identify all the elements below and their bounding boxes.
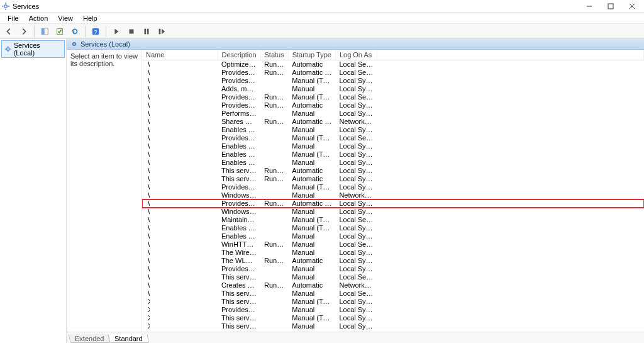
table-row[interactable]: Windows Insider ServiceProvides infr...M…: [142, 77, 644, 85]
service-startup: Manual: [288, 232, 335, 240]
pause-service-button[interactable]: [140, 25, 153, 38]
service-logon: Local System: [335, 126, 377, 134]
table-row[interactable]: WMI Performance AdapterProvides per...Ma…: [142, 265, 644, 273]
table-row[interactable]: WLAN AutoConfigThe WLANS...RunningAutoma…: [142, 257, 644, 265]
service-logon: Local System: [335, 150, 377, 159]
service-logon: Local Service: [335, 134, 377, 142]
service-desc: Enables spat...: [218, 150, 260, 159]
services-table-wrap[interactable]: Name Description Status Startup Type Log…: [142, 50, 644, 332]
service-startup: Manual: [288, 273, 335, 281]
service-desc: Provides infr...: [218, 77, 260, 85]
table-row[interactable]: Windows UpdateEnables the ...Manual (Tri…: [142, 224, 644, 232]
service-startup: Automatic: [288, 101, 335, 110]
table-row[interactable]: Windows Mixed Reality Ope...Enables Mix.…: [142, 126, 644, 134]
help-button[interactable]: ?: [89, 25, 103, 38]
table-row[interactable]: Xbox Live Networking ServiceThis service…: [142, 322, 644, 330]
service-desc: Provides aut...: [218, 306, 260, 314]
tab-extended[interactable]: Extended: [69, 334, 111, 343]
service-status: Running: [260, 118, 288, 126]
col-startup[interactable]: Startup Type: [288, 50, 335, 60]
menu-file[interactable]: File: [3, 14, 24, 23]
table-row[interactable]: WinHTTP Web Proxy Auto-D...WinHTTP im...…: [142, 240, 644, 249]
app-icon: [1, 2, 10, 11]
service-logon: Local System: [335, 265, 377, 273]
col-name[interactable]: Name: [142, 50, 218, 60]
minimize-button[interactable]: [579, 0, 600, 13]
service-status: [260, 224, 288, 232]
menu-view[interactable]: View: [53, 14, 78, 23]
forward-button[interactable]: [17, 25, 31, 38]
table-row[interactable]: Windows Push Notifications...This servic…: [142, 167, 644, 175]
service-startup: Manual: [288, 249, 335, 257]
table-row[interactable]: Xbox Live Auth ManagerProvides aut...Man…: [142, 306, 644, 314]
svg-point-21: [7, 48, 9, 50]
service-status: [260, 265, 288, 273]
table-row[interactable]: WorkstationCreates and ...RunningAutomat…: [142, 281, 644, 290]
table-row[interactable]: Windows Remote Managem...Windows Re...Ma…: [142, 191, 644, 200]
back-button[interactable]: [2, 25, 16, 38]
services-table: Name Description Status Startup Type Log…: [142, 50, 644, 332]
table-row[interactable]: Windows Image Acquisition ...Provides im…: [142, 69, 644, 77]
table-row[interactable]: Windows Management Instr...Provides a c.…: [142, 101, 644, 110]
col-status[interactable]: Status: [260, 50, 288, 60]
service-logon: Local System: [335, 183, 377, 191]
table-row[interactable]: Windows Font Cache ServiceOptimizes p...…: [142, 60, 644, 69]
service-desc: Provides the...: [218, 134, 260, 142]
service-name: Xbox Accessory Manageme...: [148, 298, 150, 306]
table-row[interactable]: Windows SearchProvides con...RunningAuto…: [142, 200, 644, 208]
service-name: Windows Mixed Reality Ope...: [148, 126, 150, 134]
service-logon: Local System: [335, 85, 377, 93]
service-desc: Provides ima...: [218, 69, 260, 77]
table-row[interactable]: Windows Management Serv...Performs ma...…: [142, 110, 644, 118]
service-startup: Manual (Trigg...: [288, 150, 335, 159]
export-list-button[interactable]: [53, 25, 67, 38]
table-row[interactable]: Windows Media Player Netw...Shares Wind.…: [142, 118, 644, 126]
table-row[interactable]: Windows Perception Simulat...Enables spa…: [142, 159, 644, 167]
table-row[interactable]: Xbox Live Game SaveThis service ...Manua…: [142, 314, 644, 322]
table-row[interactable]: Windows Push Notifications...This servic…: [142, 175, 644, 183]
service-status: Running: [260, 167, 288, 175]
service-logon: Local System: [335, 110, 377, 118]
table-row[interactable]: Windows Security ServiceWindows Se...Man…: [142, 208, 644, 216]
service-startup: Manual: [288, 191, 335, 200]
table-row[interactable]: Windows License Manager S...Provides inf…: [142, 93, 644, 101]
refresh-button[interactable]: [68, 25, 82, 38]
stop-service-button[interactable]: [125, 25, 138, 38]
service-startup: Manual: [288, 306, 335, 314]
close-button[interactable]: [621, 0, 643, 13]
table-row[interactable]: Xbox Accessory Manageme...This service .…: [142, 298, 644, 306]
table-row[interactable]: Windows TimeMaintains d...Manual (Trigg.…: [142, 216, 644, 224]
table-row[interactable]: Windows Mobile Hotspot Se...Provides the…: [142, 134, 644, 142]
table-row[interactable]: Work FoldersThis service ...ManualLocal …: [142, 273, 644, 281]
menu-help[interactable]: Help: [78, 14, 103, 23]
svg-point-26: [73, 43, 76, 46]
table-row[interactable]: Windows Update Medic Ser...Enables rem..…: [142, 232, 644, 240]
service-logon: Local System: [335, 249, 377, 257]
tree-node-services-local[interactable]: Services (Local): [1, 40, 65, 58]
menu-action[interactable]: Action: [24, 14, 53, 23]
table-row[interactable]: Windows Perception ServiceEnables spat..…: [142, 150, 644, 159]
table-row[interactable]: Windows PushToInstall Servi...Provides i…: [142, 183, 644, 191]
maximize-button[interactable]: [600, 0, 621, 13]
col-desc[interactable]: Description: [218, 50, 260, 60]
service-name: Windows Perception Simulat...: [148, 159, 150, 167]
tab-standard[interactable]: Standard: [108, 334, 150, 343]
service-name: Xbox Live Auth Manager: [148, 306, 150, 314]
table-row[interactable]: Windows Modules InstallerEnables inst...…: [142, 142, 644, 150]
description-panel: Select an item to view its description.: [67, 50, 142, 332]
col-logon[interactable]: Log On As: [335, 50, 377, 60]
restart-service-button[interactable]: [155, 25, 169, 38]
details-pane: Services (Local) Select an item to view …: [67, 39, 644, 343]
service-name: Windows License Manager S...: [148, 93, 150, 101]
service-startup: Manual (Trigg...: [288, 298, 335, 306]
service-startup: Automatic: [288, 281, 335, 290]
service-status: [260, 306, 288, 314]
table-row[interactable]: WWAN AutoConfigThis service ...ManualLoc…: [142, 290, 644, 298]
table-row[interactable]: Wired AutoConfigThe Wired A...ManualLoca…: [142, 249, 644, 257]
service-status: [260, 322, 288, 330]
start-service-button[interactable]: [109, 25, 123, 38]
show-hide-tree-button[interactable]: [38, 25, 52, 38]
service-name: Windows Remote Managem...: [148, 191, 150, 200]
service-logon: Local Service: [335, 273, 377, 281]
table-row[interactable]: Windows InstallerAdds, modifi...ManualLo…: [142, 85, 644, 93]
